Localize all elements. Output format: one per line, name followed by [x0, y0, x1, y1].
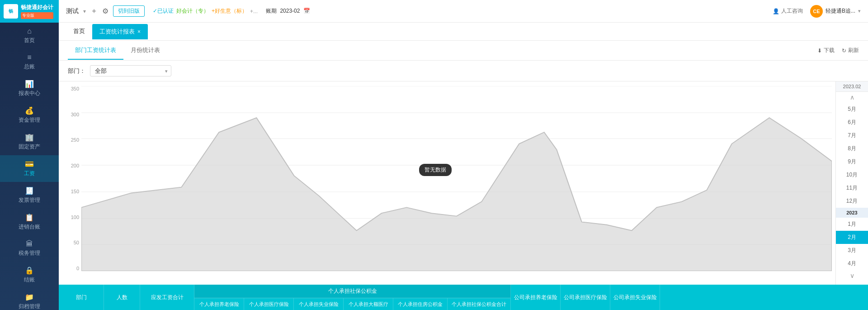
switch-old-version-button[interactable]: 切到旧版: [113, 5, 145, 17]
date-month-11[interactable]: 11月: [836, 181, 868, 195]
app-logo: 畅 畅捷通好会计 专业版: [0, 0, 59, 23]
date-month-12[interactable]: 12月: [836, 195, 868, 208]
topbar-status: ✓已认证 好会计（专） +好生意（标） +...: [153, 7, 258, 15]
date-panel-prev[interactable]: ∧: [836, 92, 868, 103]
tab-salary-report[interactable]: 工资统计报表 ×: [92, 24, 148, 39]
y-label-50: 50: [63, 240, 79, 245]
filter-row: 部门： 全部 部门1 部门2 ▾: [59, 61, 868, 81]
sidebar-item-funds[interactable]: 💰 资金管理: [0, 102, 59, 129]
col-count: 人数: [104, 285, 140, 310]
tab-dept-salary[interactable]: 部门工资统计表: [68, 42, 123, 60]
ledger-icon: ≡: [27, 53, 31, 62]
date-month-9[interactable]: 9月: [836, 155, 868, 168]
date-panel-next[interactable]: ∨: [836, 270, 868, 281]
col-major-medical-personal: 个人承担大额医疗: [344, 298, 393, 310]
download-button[interactable]: ⬇ 下载: [817, 47, 835, 54]
help-icon: 👤: [773, 8, 779, 14]
sidebar-nav: ⌂ 首页 ≡ 总账 📊 报表中心 💰 资金管理 🏢 固定资产 💳 工资 🧾 发票…: [0, 23, 59, 310]
col-unemployment-company: 公司承担失业保险: [610, 285, 660, 310]
sidebar-item-ledger[interactable]: ≡ 总账: [0, 49, 59, 75]
sidebar-item-sales[interactable]: 📋 进销台账: [0, 209, 59, 235]
help-button[interactable]: 👤 人工咨询: [773, 7, 803, 15]
topbar-add-button[interactable]: ＋: [90, 6, 98, 16]
col-unemployment-personal: 个人承担失业保险: [294, 298, 344, 310]
sidebar-item-reports[interactable]: 📊 报表中心: [0, 75, 59, 102]
col-medical-company: 公司承担医疗保险: [561, 285, 610, 310]
home-icon: ⌂: [27, 27, 32, 35]
tab-close-button[interactable]: ×: [137, 29, 141, 35]
tab-bar: 首页 工资统计报表 ×: [59, 23, 868, 41]
date-month-7[interactable]: 7月: [836, 129, 868, 142]
y-label-250: 250: [63, 137, 79, 143]
date-panel[interactable]: 2023.02 ∧ 5月 6月 7月 8月 9月 10月 11月 12月 202…: [835, 81, 868, 285]
date-month-8[interactable]: 8月: [836, 142, 868, 155]
invoice-icon: 🧾: [25, 186, 34, 195]
calendar-icon[interactable]: 📅: [303, 8, 310, 14]
closing-icon: 🔒: [25, 266, 34, 275]
area-chart: [81, 86, 832, 271]
sub-tab-bar: 部门工资统计表 月份统计表 ⬇ 下载 ↻ 刷新: [59, 41, 868, 61]
user-menu[interactable]: CE 轻捷通B追... ▾: [810, 5, 861, 18]
date-month-4[interactable]: 4月: [836, 257, 868, 270]
date-month-6[interactable]: 6月: [836, 116, 868, 129]
chart-svg-container: 暂无数据: [81, 86, 832, 271]
period-label: 账期 2023-02 📅: [266, 7, 310, 15]
y-label-100: 100: [63, 215, 79, 220]
more-status: +...: [250, 8, 258, 14]
tab-home[interactable]: 首页: [66, 24, 92, 40]
date-month-1[interactable]: 1月: [836, 218, 868, 231]
col-dept: 部门: [59, 285, 104, 310]
y-axis: 0 50 100 150 200 250 300 350: [63, 86, 79, 271]
download-icon: ⬇: [817, 48, 822, 54]
good-biz-status: +好生意（标）: [212, 7, 247, 15]
sidebar-item-invoice[interactable]: 🧾 发票管理: [0, 182, 59, 209]
refresh-button[interactable]: ↻ 刷新: [842, 47, 859, 54]
chart-area: 0 50 100 150 200 250 300 350: [59, 81, 868, 285]
assets-icon: 🏢: [25, 133, 34, 142]
topbar: 测试 ▾ ＋ ⚙ 切到旧版 ✓已认证 好会计（专） +好生意（标） +... 账…: [59, 0, 868, 23]
logo-icon: 畅: [4, 4, 18, 19]
col-group-social: 个人承担社保公积金 个人承担养老保险 个人承担医疗保险 个人承担失业保险 个人承…: [194, 285, 511, 310]
date-month-10[interactable]: 10月: [836, 168, 868, 181]
good-accounting-status: 好会计（专）: [176, 7, 209, 15]
topbar-dropdown-arrow[interactable]: ▾: [83, 8, 86, 14]
date-month-5[interactable]: 5月: [836, 103, 868, 116]
col-total-personal: 个人承担社保公积金合计: [448, 298, 511, 310]
archive-icon: 📁: [25, 293, 34, 301]
certified-status: ✓已认证: [153, 7, 174, 15]
funds-icon: 💰: [25, 106, 34, 115]
topbar-settings-button[interactable]: ⚙: [102, 7, 108, 15]
sidebar-item-tax[interactable]: 🏛 税务管理: [0, 235, 59, 262]
sidebar: 畅 畅捷通好会计 专业版 ⌂ 首页 ≡ 总账 📊 报表中心 💰 资金管理 🏢 固…: [0, 0, 59, 310]
tab-monthly-salary[interactable]: 月份统计表: [123, 42, 167, 60]
main-area: 测试 ▾ ＋ ⚙ 切到旧版 ✓已认证 好会计（专） +好生意（标） +... 账…: [59, 0, 868, 310]
reports-icon: 📊: [25, 80, 34, 88]
page-content: 部门工资统计表 月份统计表 ⬇ 下载 ↻ 刷新 部门：: [59, 41, 868, 310]
date-month-2-active[interactable]: 2月: [836, 231, 868, 244]
date-month-3[interactable]: 3月: [836, 244, 868, 257]
sidebar-item-assets[interactable]: 🏢 固定资产: [0, 129, 59, 155]
col-pension-company: 公司承担养老保险: [511, 285, 561, 310]
sidebar-item-home[interactable]: ⌂ 首页: [0, 23, 59, 49]
avatar: CE: [810, 5, 823, 18]
logo-text: 畅捷通好会计 专业版: [21, 4, 53, 19]
table-header: 部门 人数 应发工资合计 个人承担社保公积金 个人承担养老保险 个人承担医疗保险…: [59, 285, 868, 310]
y-label-0: 0: [63, 266, 79, 271]
sub-tabs-left: 部门工资统计表 月份统计表: [68, 42, 167, 60]
dept-filter-label: 部门：: [68, 67, 85, 75]
topbar-right: 👤 人工咨询 CE 轻捷通B追... ▾: [773, 5, 861, 18]
dept-filter-select[interactable]: 全部 部门1 部门2: [90, 65, 171, 76]
tax-icon: 🏛: [26, 240, 33, 248]
col-group-subs: 个人承担养老保险 个人承担医疗保险 个人承担失业保险 个人承担大额医疗 个人承担…: [194, 298, 511, 310]
dept-filter-wrap: 全部 部门1 部门2 ▾: [90, 65, 171, 76]
sales-icon: 📋: [25, 213, 34, 222]
chart-date-area: 0 50 100 150 200 250 300 350: [59, 81, 868, 285]
sidebar-item-closing[interactable]: 🔒 结账: [0, 262, 59, 288]
user-dropdown-arrow: ▾: [858, 8, 861, 14]
col-medical-personal: 个人承担医疗保险: [244, 298, 294, 310]
refresh-icon: ↻: [842, 48, 846, 54]
col-housing-fund-personal: 个人承担住房公积金: [393, 298, 448, 310]
date-year-2023: 2023: [836, 208, 868, 218]
sidebar-item-salary[interactable]: 💳 工资: [0, 155, 59, 182]
sidebar-item-archive[interactable]: 📁 归档管理: [0, 288, 59, 310]
